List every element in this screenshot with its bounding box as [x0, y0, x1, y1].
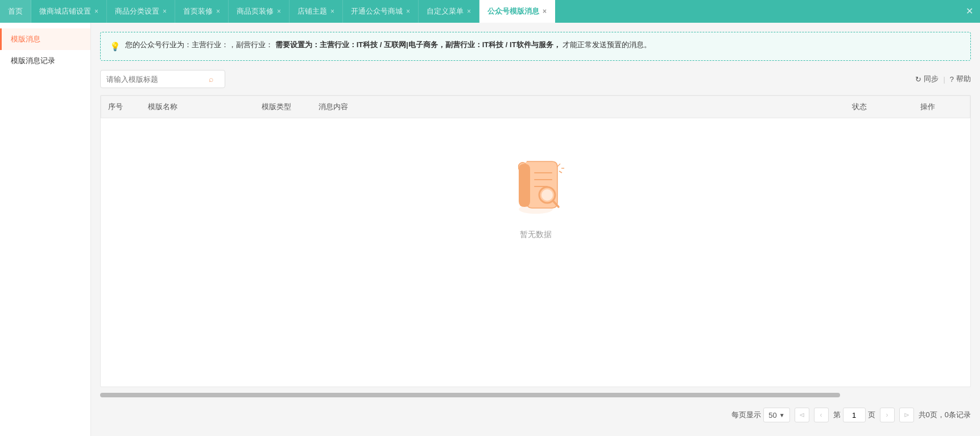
empty-illustration — [502, 152, 570, 221]
svg-point-5 — [541, 189, 553, 201]
col-seq: 序号 — [101, 96, 141, 118]
nav-tab-home[interactable]: 首页 — [0, 0, 31, 23]
search-icon[interactable]: ⌕ — [209, 74, 213, 84]
help-icon: ? — [950, 75, 954, 84]
page-size-dropdown[interactable]: 50 ▼ — [763, 408, 789, 422]
table-scrollbar-thumb — [100, 393, 840, 397]
page-number-input[interactable] — [843, 408, 866, 422]
pagination-total: 共0页，0条记录 — [919, 410, 971, 420]
nav-tab-template-msg-label: 公众号模版消息 — [487, 6, 539, 16]
nav-tab-open-mall[interactable]: 开通公众号商城 × — [343, 0, 419, 23]
toolbar-right: ↻ 同步 | ? 帮助 — [915, 74, 971, 84]
nav-tab-home-decor-close[interactable]: × — [216, 8, 220, 15]
table-wrapper: 序号 模版名称 模版类型 消息内容 状态 操作 — [100, 95, 971, 387]
alert-icon: 💡 — [110, 40, 121, 53]
data-table: 序号 模版名称 模版类型 消息内容 状态 操作 — [101, 95, 970, 118]
col-action: 操作 — [913, 96, 970, 118]
page-size-label: 每页显示 — [731, 410, 761, 420]
alert-highlight: 需要设置为：主营行业：IT科技 / 互联网|电子商务，副营行业：IT科技 / I… — [275, 40, 561, 49]
nav-tab-custom-menu-close[interactable]: × — [467, 8, 471, 15]
pagination: 每页显示 50 ▼ ⊲ ‹ 第 页 › ⊳ 共0页，0条记录 — [100, 403, 971, 427]
sync-button[interactable]: ↻ 同步 — [915, 74, 938, 84]
nav-tab-product-category[interactable]: 商品分类设置 × — [107, 0, 175, 23]
page-size-select: 每页显示 50 ▼ — [731, 408, 789, 422]
alert-box: 💡 您的公众号行业为：主营行业：，副营行业： 需要设置为：主营行业：IT科技 /… — [100, 32, 971, 61]
nav-tab-template-msg[interactable]: 公众号模版消息 × — [479, 0, 555, 23]
toolbar-divider: | — [943, 75, 945, 84]
empty-state: 暂无数据 — [101, 118, 970, 263]
col-name: 模版名称 — [141, 96, 255, 118]
close-all-button[interactable]: ✕ — [959, 0, 980, 23]
col-status: 状态 — [845, 96, 913, 118]
page-last-button[interactable]: ⊳ — [899, 408, 914, 422]
nav-tab-shop-theme-close[interactable]: × — [330, 8, 334, 15]
sync-icon: ↻ — [915, 75, 921, 84]
nav-tab-open-mall-close[interactable]: × — [406, 8, 410, 15]
nav-tab-micro-shop[interactable]: 微商城店铺设置 × — [31, 0, 107, 23]
nav-tab-template-msg-close[interactable]: × — [543, 8, 547, 15]
nav-tab-open-mall-label: 开通公众号商城 — [351, 6, 403, 16]
main-layout: 模版消息 模版消息记录 💡 您的公众号行业为：主营行业：，副营行业： 需要设置为… — [0, 23, 980, 436]
nav-tab-home-decor[interactable]: 首页装修 × — [175, 0, 229, 23]
empty-text: 暂无数据 — [520, 230, 552, 240]
nav-tab-product-decor-close[interactable]: × — [277, 8, 281, 15]
nav-tab-shop-theme[interactable]: 店铺主题 × — [290, 0, 343, 23]
col-content: 消息内容 — [312, 96, 845, 118]
search-bar: ⌕ ↻ 同步 | ? 帮助 — [100, 70, 971, 88]
page-first-button[interactable]: ⊲ — [795, 408, 809, 422]
page-prev-button[interactable]: ‹ — [814, 408, 829, 422]
svg-line-9 — [559, 171, 562, 173]
nav-tab-product-category-label: 商品分类设置 — [115, 6, 159, 16]
search-input[interactable] — [106, 75, 209, 84]
sidebar: 模版消息 模版消息记录 — [0, 23, 91, 436]
page-prefix-label: 第 — [833, 410, 841, 420]
nav-tab-home-decor-label: 首页装修 — [183, 6, 213, 16]
table-scrollbar[interactable] — [100, 392, 971, 398]
content-area: 💡 您的公众号行业为：主营行业：，副营行业： 需要设置为：主营行业：IT科技 /… — [91, 23, 980, 436]
page-next-button[interactable]: › — [880, 408, 895, 422]
nav-tab-custom-menu[interactable]: 自定义菜单 × — [419, 0, 479, 23]
alert-text: 您的公众号行业为：主营行业：，副营行业： 需要设置为：主营行业：IT科技 / 互… — [125, 39, 961, 51]
col-type: 模版类型 — [255, 96, 312, 118]
nav-tab-micro-shop-label: 微商城店铺设置 — [39, 6, 91, 16]
page-input-wrap: 第 页 — [833, 408, 875, 422]
svg-line-7 — [557, 164, 560, 167]
nav-tab-shop-theme-label: 店铺主题 — [297, 6, 327, 16]
nav-tab-product-category-close[interactable]: × — [163, 8, 167, 15]
nav-tab-custom-menu-label: 自定义菜单 — [427, 6, 464, 16]
search-input-wrap: ⌕ — [100, 70, 225, 88]
sidebar-item-template-msg[interactable]: 模版消息 — [0, 28, 90, 50]
nav-tab-micro-shop-close[interactable]: × — [94, 8, 98, 15]
top-nav: 首页 微商城店铺设置 × 商品分类设置 × 首页装修 × 商品页装修 × 店铺主… — [0, 0, 980, 23]
page-size-value: 50 — [768, 411, 776, 420]
table-header-row: 序号 模版名称 模版类型 消息内容 状态 操作 — [101, 96, 970, 118]
nav-tab-product-decor[interactable]: 商品页装修 × — [229, 0, 290, 23]
nav-tab-home-label: 首页 — [8, 6, 23, 16]
page-unit-label: 页 — [868, 410, 875, 420]
chevron-down-icon: ▼ — [779, 412, 785, 418]
sidebar-item-template-msg-log[interactable]: 模版消息记录 — [0, 50, 90, 72]
help-button[interactable]: ? 帮助 — [950, 74, 971, 84]
nav-tab-product-decor-label: 商品页装修 — [237, 6, 274, 16]
